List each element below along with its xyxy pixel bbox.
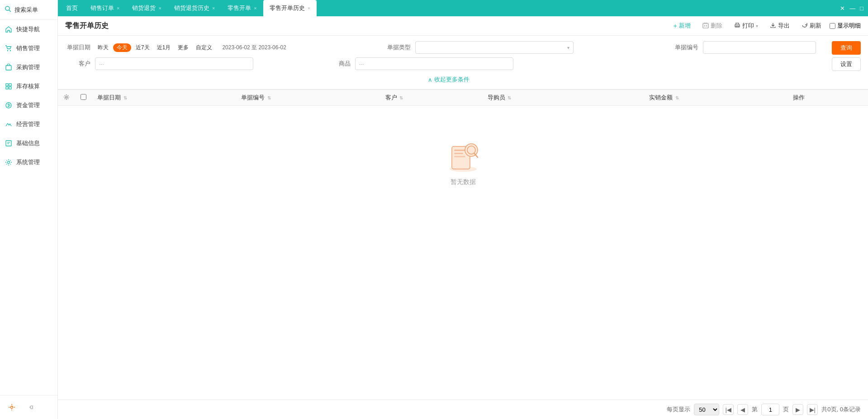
sidebar-item-label: 基础信息 xyxy=(16,139,40,147)
tab-retail-open[interactable]: 零售开单 × xyxy=(221,0,263,16)
collapse-label: 收起更多条件 xyxy=(434,75,470,84)
tab-home-label: 首页 xyxy=(66,4,78,12)
tab-sales-order[interactable]: 销售订单 × xyxy=(84,0,126,16)
sidebar-item-quick-nav[interactable]: 快捷导航 xyxy=(0,20,57,39)
delete-icon xyxy=(702,22,709,30)
sidebar-item-basic-info[interactable]: 基础信息 xyxy=(0,134,57,153)
system-icon xyxy=(5,158,13,166)
shopping-icon xyxy=(5,44,13,52)
refresh-label: 刷新 xyxy=(810,22,821,30)
setting-button[interactable]: 设置 xyxy=(832,57,861,71)
sidebar: 搜索采单 快捷导航 销售管理 采购管理 库存核算 资金管理 经营管理 xyxy=(0,0,58,419)
th-doc-no[interactable]: 单据编号 ⇅ xyxy=(236,90,379,106)
prev-page-btn[interactable]: ◀ xyxy=(737,404,748,415)
doc-type-arrow-icon: ▾ xyxy=(567,45,569,50)
th-amount[interactable]: 实销金额 ⇅ xyxy=(644,90,787,106)
yesterday-btn[interactable]: 昨天 xyxy=(95,43,111,52)
sidebar-item-finance[interactable]: 资金管理 xyxy=(0,96,57,115)
filter-row-1: 单据日期 昨天 今天 近7天 近1月 更多 自定义 2023-06-02 至 2… xyxy=(65,41,832,54)
sidebar-item-label: 经营管理 xyxy=(16,120,40,128)
customer-select[interactable]: ··· xyxy=(95,57,253,70)
tab-home[interactable]: 首页 xyxy=(60,0,84,16)
sort-doc-no-icon: ⇅ xyxy=(267,95,271,100)
page-suffix: 页 xyxy=(783,405,789,414)
toolbar: 零售开单历史 + 新增 删除 打印 ▾ 导出 刷新 xyxy=(58,16,868,36)
svg-rect-10 xyxy=(6,141,11,146)
select-all-checkbox[interactable] xyxy=(81,94,86,100)
sidebar-item-sales-mgmt[interactable]: 销售管理 xyxy=(0,39,57,58)
purchase-icon xyxy=(5,63,13,71)
svg-line-1 xyxy=(9,10,11,12)
th-settings[interactable] xyxy=(58,90,75,106)
doc-type-select[interactable]: ▾ xyxy=(415,41,574,54)
finance-icon xyxy=(5,101,13,109)
first-page-btn[interactable]: |◀ xyxy=(723,404,734,415)
th-salesperson[interactable]: 导购员 ⇅ xyxy=(482,90,605,106)
close-tab-sales-order[interactable]: × xyxy=(117,5,119,11)
export-button[interactable]: 导出 xyxy=(766,20,793,32)
close-tab-sales-return[interactable]: × xyxy=(158,5,161,11)
empty-state: 暂无数据 xyxy=(58,106,868,213)
svg-point-21 xyxy=(66,96,67,98)
next-page-btn[interactable]: ▶ xyxy=(792,404,803,415)
tab-sales-return[interactable]: 销货退货 × xyxy=(126,0,167,16)
tab-retail-history[interactable]: 零售开单历史 × xyxy=(263,0,317,16)
add-button[interactable]: + 新增 xyxy=(670,20,694,32)
th-checkbox[interactable] xyxy=(75,90,92,106)
refresh-button[interactable]: 刷新 xyxy=(798,20,825,32)
sidebar-search[interactable]: 搜索采单 xyxy=(0,0,57,20)
more-btn[interactable]: 更多 xyxy=(175,43,191,52)
doc-no-input[interactable] xyxy=(703,41,816,54)
sort-doc-date-icon: ⇅ xyxy=(123,95,127,100)
collapse-filter-btn[interactable]: ∧ 收起更多条件 xyxy=(65,74,832,85)
query-button[interactable]: 查询 xyxy=(832,41,861,55)
today-btn[interactable]: 今天 xyxy=(113,43,131,52)
basic-icon xyxy=(5,139,13,147)
tab-sales-return-history[interactable]: 销货退货历史 × xyxy=(168,0,221,16)
export-label: 导出 xyxy=(778,22,790,30)
tab-sales-order-label: 销售订单 xyxy=(90,4,114,12)
close-tab-retail-history[interactable]: × xyxy=(308,5,310,11)
collapse-sidebar-btn[interactable] xyxy=(24,400,38,414)
date-filter-label: 单据日期 xyxy=(65,43,90,52)
tab-retail-history-label: 零售开单历史 xyxy=(270,4,305,12)
nav-maximize-btn[interactable]: □ xyxy=(860,5,863,12)
close-tab-retail-open[interactable]: × xyxy=(254,5,256,11)
sidebar-item-sys-mgmt[interactable]: 系统管理 xyxy=(0,153,57,172)
sidebar-item-operations[interactable]: 经营管理 xyxy=(0,115,57,134)
th-doc-date[interactable]: 单据日期 ⇅ xyxy=(92,90,236,106)
nav-close-btn[interactable]: ✕ xyxy=(840,5,845,12)
settings-bottom-btn[interactable] xyxy=(5,400,19,414)
sidebar-item-label: 采购管理 xyxy=(16,63,40,71)
doc-no-label: 单据编号 xyxy=(673,43,698,52)
last7-btn[interactable]: 近7天 xyxy=(133,43,152,52)
last-page-btn[interactable]: ▶| xyxy=(807,404,818,415)
filter-row-2: 客户 ··· 商品 ··· xyxy=(65,57,832,70)
nav-minimize-btn[interactable]: — xyxy=(849,5,855,12)
svg-point-13 xyxy=(8,161,10,164)
date-options: 昨天 今天 近7天 近1月 更多 自定义 xyxy=(95,43,215,52)
custom-btn[interactable]: 自定义 xyxy=(193,43,215,52)
per-page-select[interactable]: 50 20 100 xyxy=(694,404,719,415)
th-customer[interactable]: 客户 ⇅ xyxy=(380,90,482,106)
last1m-btn[interactable]: 近1月 xyxy=(154,43,174,52)
svg-rect-7 xyxy=(6,87,8,89)
close-tab-sales-return-history[interactable]: × xyxy=(212,5,215,11)
query-setting-area: 查询 设置 xyxy=(832,41,861,71)
delete-button[interactable]: 删除 xyxy=(699,20,726,32)
sidebar-item-purchase-mgmt[interactable]: 采购管理 xyxy=(0,58,57,77)
operations-icon xyxy=(5,120,13,128)
display-detail-checkbox[interactable] xyxy=(830,23,835,29)
th-ops: 操作 xyxy=(787,90,868,106)
customer-placeholder: ··· xyxy=(99,61,104,67)
sidebar-item-inventory[interactable]: 库存核算 xyxy=(0,77,57,96)
svg-rect-16 xyxy=(703,24,708,28)
print-dropdown-icon[interactable]: ▾ xyxy=(756,24,758,28)
svg-rect-26 xyxy=(454,156,465,157)
main-area: 首页 销售订单 × 销货退货 × 销货退货历史 × 零售开单 × 零售开单历史 … xyxy=(58,0,868,419)
print-button[interactable]: 打印 ▾ xyxy=(730,20,762,32)
page-input[interactable] xyxy=(761,404,779,415)
goods-select[interactable]: ··· xyxy=(355,57,513,70)
th-doc-date-label: 单据日期 xyxy=(97,94,121,101)
page-title: 零售开单历史 xyxy=(65,21,665,31)
